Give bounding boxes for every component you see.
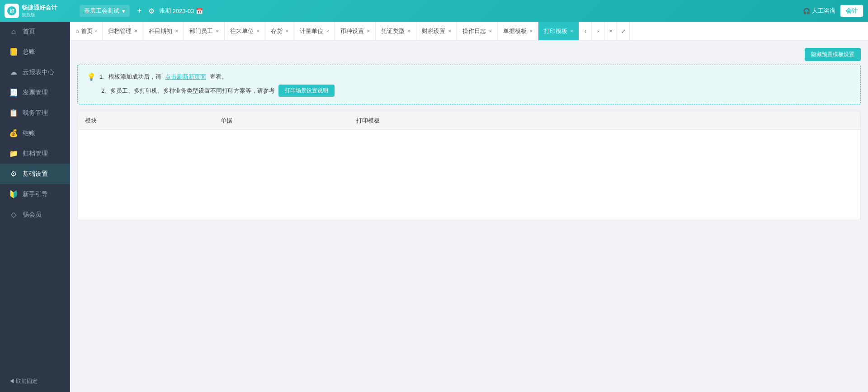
tab-print-tmpl-close[interactable]: ×	[570, 28, 573, 34]
tab-currency-label: 币种设置	[340, 27, 364, 35]
tab-op-log-close[interactable]: ×	[489, 28, 492, 34]
bulb-icon: 💡	[87, 72, 96, 81]
tab-currency[interactable]: 币种设置 ×	[335, 22, 376, 41]
tab-tax-settings-close[interactable]: ×	[448, 28, 451, 34]
home-tab-icon: ⌂	[75, 28, 79, 34]
tab-archive-mgmt-close[interactable]: ×	[134, 28, 137, 34]
tab-archive-mgmt[interactable]: 归档管理 ×	[103, 22, 143, 41]
sidebar-item-invoice[interactable]: 🧾 发票管理	[0, 82, 70, 103]
tab-voucher-type[interactable]: 凭证类型 ×	[376, 22, 416, 41]
tax-icon: 📋	[9, 109, 18, 117]
info-row-1: 💡 1、模板添加成功后，请 点击刷新新页面 查看。	[87, 72, 851, 81]
tab-tax-settings[interactable]: 财税设置 ×	[416, 22, 457, 41]
sidebar-item-guide[interactable]: 🔰 新手引导	[0, 184, 70, 204]
sidebar-label-invoice: 发票管理	[23, 89, 48, 97]
table-col-print: 打印模板	[356, 117, 853, 125]
info-line1-pre: 1、模板添加成功后，请	[99, 73, 161, 81]
tab-single-tmpl-label: 单据模板	[503, 27, 527, 35]
add-button[interactable]: +	[135, 6, 144, 16]
tab-close-all-btn[interactable]: ×	[604, 22, 617, 41]
tab-inventory[interactable]: 存货 ×	[265, 22, 294, 41]
tab-dept-staff[interactable]: 部门员工 ×	[184, 22, 225, 41]
sidebar-item-settle[interactable]: 💰 结账	[0, 123, 70, 143]
info-box: 💡 1、模板添加成功后，请 点击刷新新页面 查看。 2、多员工、多打印机、多种业…	[77, 65, 861, 104]
guide-icon: 🔰	[9, 190, 18, 198]
content-area: ⌂ 首页 ‹ 归档管理 × 科目期初 × 部门员工 × 往来单位 × 存货	[70, 22, 868, 392]
top-header: 好 畅捷通好会计 旗舰版 基层工会测试 ▾ + ⚙ 账期 2023-03 📅 🎧…	[0, 0, 868, 22]
sidebar-label-guide: 新手引导	[23, 190, 48, 198]
tab-bar: ⌂ 首页 ‹ 归档管理 × 科目期初 × 部门员工 × 往来单位 × 存货	[70, 22, 868, 41]
tab-inventory-label: 存货	[271, 27, 283, 35]
page-content: 隐藏预置模板设置 💡 1、模板添加成功后，请 点击刷新新页面 查看。 2、多员工…	[70, 41, 868, 392]
tab-print-tmpl-label: 打印模板	[544, 27, 567, 35]
tab-home[interactable]: ⌂ 首页 ‹	[70, 22, 103, 41]
company-selector[interactable]: 基层工会测试 ▾	[80, 5, 130, 17]
hide-preset-btn[interactable]: 隐藏预置模板设置	[805, 48, 861, 61]
tab-period-init-close[interactable]: ×	[175, 28, 178, 34]
tab-single-tmpl-close[interactable]: ×	[529, 28, 533, 34]
tab-voucher-type-label: 凭证类型	[381, 27, 405, 35]
tab-partners-close[interactable]: ×	[256, 28, 259, 34]
sidebar-bottom-label: ◀ 取消固定	[9, 378, 38, 385]
archive-icon: 📁	[9, 149, 18, 158]
ledger-icon: 📒	[9, 47, 18, 56]
svg-text:好: 好	[9, 8, 15, 14]
tab-single-tmpl[interactable]: 单据模板 ×	[498, 22, 538, 41]
period-label: 账期	[159, 7, 171, 15]
tab-expand-btn[interactable]: ⤢	[617, 22, 630, 41]
settle-icon: 💰	[9, 129, 18, 137]
tab-measure-unit-label: 计量单位	[300, 27, 323, 35]
tab-archive-mgmt-label: 归档管理	[108, 27, 132, 35]
tab-period-init[interactable]: 科目期初 ×	[143, 22, 184, 41]
tab-prev-btn[interactable]: ‹	[579, 22, 592, 41]
calendar-icon[interactable]: 📅	[196, 8, 203, 14]
sidebar-item-reports[interactable]: ☁ 云报表中心	[0, 62, 70, 82]
kuaiji-button[interactable]: 会计	[840, 5, 863, 17]
headset-icon: 🎧	[803, 8, 810, 14]
home-tab-chevron: ‹	[95, 28, 97, 33]
member-icon: ◇	[9, 210, 18, 219]
tab-inventory-close[interactable]: ×	[285, 28, 288, 34]
sidebar-item-ledger[interactable]: 📒 总账	[0, 42, 70, 62]
tab-measure-unit[interactable]: 计量单位 ×	[294, 22, 335, 41]
table-body	[77, 130, 861, 220]
sidebar-item-archive[interactable]: 📁 归档管理	[0, 143, 70, 164]
top-right-actions: 隐藏预置模板设置	[77, 48, 861, 61]
tab-print-tmpl[interactable]: 打印模板 ×	[538, 22, 579, 41]
sidebar-item-member[interactable]: ◇ 畅会员	[0, 204, 70, 225]
tab-op-log-label: 操作日志	[462, 27, 486, 35]
settings-button[interactable]: ⚙	[148, 7, 155, 15]
tab-partners[interactable]: 往来单位 ×	[225, 22, 265, 41]
tab-next-btn[interactable]: ›	[592, 22, 604, 41]
invoice-icon: 🧾	[9, 88, 18, 97]
info-line1-post: 查看。	[210, 73, 227, 81]
logo-area: 好 畅捷通好会计 旗舰版	[5, 4, 72, 18]
company-name: 基层工会测试	[84, 7, 119, 15]
cloud-icon: ☁	[9, 68, 18, 76]
main-container: ⌂ 首页 📒 总账 ☁ 云报表中心 🧾 发票管理 📋 税务管理 💰 结账 📁 归…	[0, 22, 868, 392]
service-button[interactable]: 🎧 人工咨询	[803, 7, 835, 15]
home-tab-label: 首页	[81, 27, 93, 35]
sidebar-label-archive: 归档管理	[23, 150, 48, 158]
tab-voucher-type-close[interactable]: ×	[407, 28, 410, 34]
sidebar-item-tax[interactable]: 📋 税务管理	[0, 103, 70, 123]
tab-dept-staff-close[interactable]: ×	[216, 28, 219, 34]
info-line2-pre: 2、多员工、多打印机、多种业务类型设置不同打印方案等，请参考	[101, 87, 275, 95]
tab-op-log[interactable]: 操作日志 ×	[457, 22, 498, 41]
basic-icon: ⚙	[9, 170, 18, 178]
print-scene-btn[interactable]: 打印场景设置说明	[278, 85, 335, 97]
sidebar-unpin[interactable]: ◀ 取消固定	[0, 371, 70, 392]
info-row-2: 2、多员工、多打印机、多种业务类型设置不同打印方案等，请参考 打印场景设置说明	[87, 85, 851, 97]
info-link-refresh[interactable]: 点击刷新新页面	[165, 73, 206, 81]
dropdown-icon: ▾	[122, 8, 125, 14]
sidebar-item-basic[interactable]: ⚙ 基础设置	[0, 164, 70, 184]
logo-sub-text: 旗舰版	[22, 12, 57, 18]
tab-currency-close[interactable]: ×	[367, 28, 370, 34]
tab-period-init-label: 科目期初	[149, 27, 172, 35]
sidebar-label-reports: 云报表中心	[23, 68, 54, 76]
sidebar-label-member: 畅会员	[23, 211, 42, 219]
sidebar-item-home[interactable]: ⌂ 首页	[0, 22, 70, 42]
print-template-table: 模块 单据 打印模板	[77, 112, 861, 220]
header-actions: 🎧 人工咨询 会计	[803, 5, 863, 17]
tab-measure-unit-close[interactable]: ×	[326, 28, 329, 34]
